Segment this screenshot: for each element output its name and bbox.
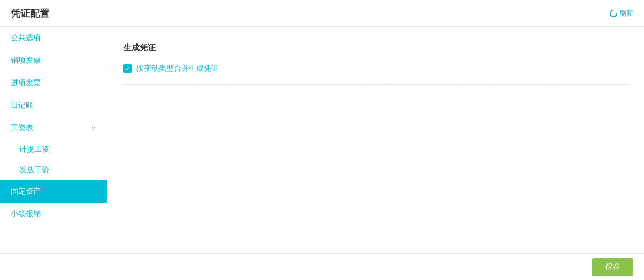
sidebar-item-fixed-assets[interactable]: 固定资产 [0, 180, 107, 203]
save-button[interactable]: 保存 [592, 258, 633, 276]
sidebar-item-sales-invoice[interactable]: 销项发票 [0, 49, 107, 72]
sidebar-item-label: 日记账 [11, 101, 33, 110]
footer: 保存 [0, 253, 644, 280]
sidebar-item-public[interactable]: 公共选项 [0, 27, 107, 49]
section-divider [123, 84, 628, 85]
sidebar-item-label: 计提工资 [19, 145, 49, 153]
sidebar-item-label: 发放工资 [19, 165, 49, 174]
chevron-down-icon: ∨ [91, 124, 96, 132]
sidebar: 公共选项 销项发票 进项发票 日记账 工资表 ∨ 计提工资 发放工资 固定资 [0, 27, 107, 253]
sidebar-item-payroll-calc[interactable]: 计提工资 [0, 139, 107, 160]
sidebar-item-label: 公共选项 [11, 33, 41, 43]
page-title: 凭证配置 [11, 7, 49, 20]
sidebar-item-label: 工资表 [11, 123, 33, 133]
section-title: 生成凭证 [123, 43, 628, 53]
merge-by-type-label[interactable]: 按变动类型合并生成凭证 [136, 64, 219, 73]
sidebar-item-journal[interactable]: 日记账 [0, 94, 107, 117]
refresh-label: 刷新 [619, 9, 633, 18]
main-content: 生成凭证 按变动类型合并生成凭证 [107, 27, 644, 253]
sidebar-item-label: 进项发票 [11, 78, 41, 88]
sidebar-item-payroll[interactable]: 工资表 ∨ [0, 117, 107, 139]
sidebar-item-purchase-invoice[interactable]: 进项发票 [0, 72, 107, 94]
sidebar-item-label: 销项发票 [11, 56, 41, 65]
sidebar-item-expense[interactable]: 小畅报销 [0, 203, 107, 225]
sidebar-item-label: 固定资产 [11, 187, 41, 196]
sidebar-item-payroll-pay[interactable]: 发放工资 [0, 160, 107, 180]
refresh-button[interactable]: 刷新 [610, 9, 633, 18]
sidebar-item-label: 小畅报销 [11, 209, 41, 219]
merge-by-type-row: 按变动类型合并生成凭证 [123, 64, 628, 73]
merge-by-type-checkbox[interactable] [123, 64, 132, 73]
refresh-icon [608, 8, 619, 19]
